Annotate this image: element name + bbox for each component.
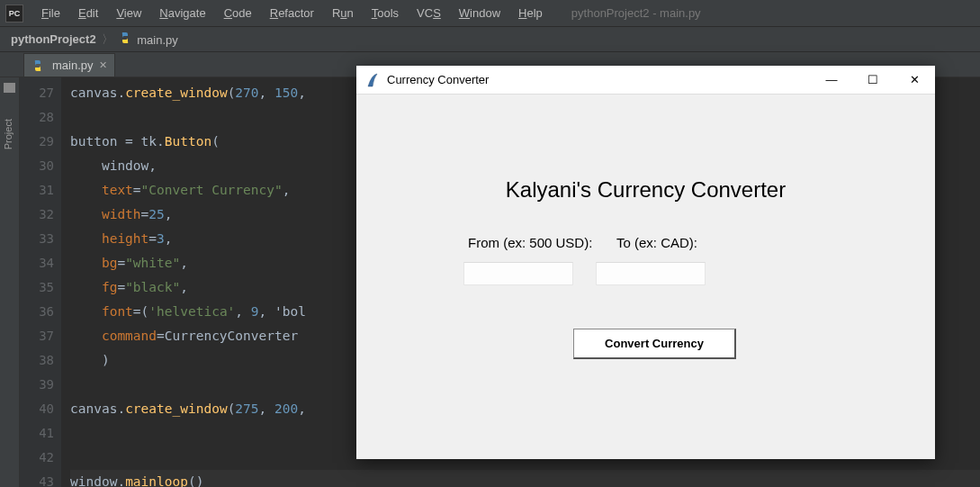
from-input[interactable] [463, 262, 573, 285]
pycharm-logo-icon: PC [5, 5, 23, 23]
tk-titlebar[interactable]: Currency Converter — ☐ ✕ [356, 66, 935, 95]
menu-file[interactable]: File [34, 4, 67, 23]
to-input[interactable] [596, 262, 706, 285]
tk-feather-icon [365, 73, 380, 87]
menu-bar: PC File Edit View Navigate Code Refactor… [0, 0, 980, 27]
menu-code[interactable]: Code [217, 4, 259, 23]
breadcrumb: pythonProject2 〉 main.py [0, 27, 980, 52]
app-heading: Kalyani's Currency Converter [356, 177, 935, 203]
menu-tools[interactable]: Tools [364, 4, 406, 23]
tab-label: main.py [52, 59, 94, 72]
line-number-gutter: 2728293031323334353637383940414243 [20, 77, 61, 487]
menu-edit[interactable]: Edit [71, 4, 105, 23]
tk-canvas: Kalyani's Currency Converter From (ex: 5… [356, 95, 935, 459]
maximize-button[interactable]: ☐ [852, 66, 894, 95]
editor-tab-main[interactable]: main.py ✕ [23, 53, 115, 77]
menu-refactor[interactable]: Refactor [263, 4, 321, 23]
to-label: To (ex: CAD): [616, 235, 697, 250]
menu-view[interactable]: View [109, 4, 148, 23]
breadcrumb-file[interactable]: main.py [119, 32, 178, 47]
menu-run[interactable]: Run [325, 4, 361, 23]
menu-window[interactable]: Window [452, 4, 508, 23]
menu-help[interactable]: Help [511, 4, 550, 23]
minimize-button[interactable]: — [811, 66, 852, 95]
convert-button[interactable]: Convert Currency [573, 329, 736, 359]
close-button[interactable]: ✕ [894, 66, 935, 95]
from-label: From (ex: 500 USD): [468, 235, 592, 250]
menu-vcs[interactable]: VCS [409, 4, 448, 23]
project-tool-label[interactable]: Project [3, 119, 13, 149]
project-tool-icon[interactable] [4, 83, 15, 93]
breadcrumb-project[interactable]: pythonProject2 [11, 32, 96, 46]
python-file-icon [31, 59, 44, 72]
window-title: pythonProject2 - main.py [571, 6, 701, 20]
menu-navigate[interactable]: Navigate [152, 4, 212, 23]
tk-window-title: Currency Converter [387, 73, 811, 86]
python-file-icon [119, 32, 131, 44]
close-tab-icon[interactable]: ✕ [99, 59, 107, 71]
tool-window-strip: Project [0, 77, 20, 487]
chevron-right-icon: 〉 [102, 32, 113, 48]
tk-app-window: Currency Converter — ☐ ✕ Kalyani's Curre… [356, 66, 935, 459]
